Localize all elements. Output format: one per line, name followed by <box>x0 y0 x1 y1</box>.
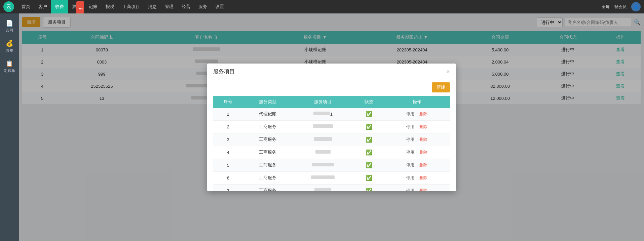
modal-row-item <box>292 120 354 133</box>
nav-commerce[interactable]: 工商项目 <box>118 0 144 13</box>
nav-invoice[interactable]: 票据 new <box>68 0 85 13</box>
modal-row-seq: 1 <box>213 108 243 121</box>
modal-row-item <box>292 133 354 146</box>
disable-button[interactable]: 停用 <box>404 174 416 182</box>
service-table: 序号 服务类型 服务项目 状态 操作 1 代理记账 1 <box>213 96 450 191</box>
modal-row-action: 停用 删除 <box>384 159 450 171</box>
status-check-icon: ✅ <box>366 124 372 130</box>
status-check-icon: ✅ <box>366 111 372 117</box>
disable-button[interactable]: 停用 <box>404 111 416 118</box>
sidebar-item-contract[interactable]: 📄 合同 <box>1 17 18 36</box>
list-item: 5 工商服务 ✅ 停用 删除 <box>213 159 450 171</box>
nav-operation[interactable]: 经营 <box>178 0 194 13</box>
modal-title: 服务项目 <box>213 68 235 75</box>
sidebar-item-fee[interactable]: 💰 收费 <box>1 37 18 56</box>
modal-row-item <box>292 146 354 159</box>
modal-row-item <box>292 159 354 171</box>
modal-row-type: 工商服务 <box>243 171 292 184</box>
modal-row-action: 停用 删除 <box>384 133 450 146</box>
disable-button[interactable]: 停用 <box>404 149 416 156</box>
modal-col-type: 服务类型 <box>243 96 292 108</box>
list-item: 2 工商服务 ✅ 停用 删除 <box>213 120 450 133</box>
status-check-icon: ✅ <box>366 137 372 143</box>
modal-col-status: 状态 <box>354 96 384 108</box>
sidebar: 📄 合同 💰 收费 📋 对账单 <box>0 13 19 241</box>
modal-row-type: 代理记账 <box>243 108 292 121</box>
modal-row-status: ✅ <box>354 133 384 146</box>
list-item: 7 工商服务 ✅ 停用 删除 <box>213 184 450 191</box>
modal-row-seq: 4 <box>213 146 243 159</box>
list-item: 4 工商服务 ✅ 停用 删除 <box>213 146 450 159</box>
disable-button[interactable]: 停用 <box>404 136 416 143</box>
fee-icon: 💰 <box>6 40 13 47</box>
modal-header: 服务项目 × <box>207 64 456 79</box>
modal-col-item: 服务项目 <box>292 96 354 108</box>
disable-button[interactable]: 停用 <box>404 123 416 130</box>
modal-row-action: 停用 删除 <box>384 108 450 121</box>
modal-row-status: ✅ <box>354 146 384 159</box>
nav-settings[interactable]: 设置 <box>211 0 228 13</box>
modal-row-type: 工商服务 <box>243 146 292 159</box>
modal-row-action: 停用 删除 <box>384 184 450 191</box>
disable-button[interactable]: 停用 <box>404 162 416 169</box>
delete-button[interactable]: 删除 <box>417 162 429 169</box>
app-logo: 云 <box>3 1 14 12</box>
modal-row-status: ✅ <box>354 120 384 133</box>
modal-row-action: 停用 删除 <box>384 171 450 184</box>
status-check-icon: ✅ <box>366 150 372 155</box>
delete-button[interactable]: 删除 <box>417 149 429 156</box>
modal-row-seq: 5 <box>213 159 243 171</box>
modal-row-seq: 2 <box>213 120 243 133</box>
modal-close-button[interactable]: × <box>446 68 450 75</box>
nav-tax[interactable]: 报税 <box>102 0 118 13</box>
modal-row-type: 工商服务 <box>243 184 292 191</box>
modal-row-item <box>292 171 354 184</box>
modal-toolbar: 新建 <box>207 79 456 96</box>
delete-button[interactable]: 删除 <box>417 136 429 143</box>
sidebar-item-statement[interactable]: 📋 对账单 <box>1 57 18 76</box>
nav-customer[interactable]: 客户 <box>34 0 51 13</box>
modal-body: 序号 服务类型 服务项目 状态 操作 1 代理记账 1 <box>207 96 456 191</box>
modal-row-status: ✅ <box>354 108 384 121</box>
fullscreen-btn[interactable]: 全屏 <box>602 4 610 10</box>
top-right-area: 全屏 畅会员 👤 <box>602 2 641 11</box>
delete-button[interactable]: 删除 <box>417 187 429 191</box>
modal-overlay: 服务项目 × 新建 序号 服务类型 服务项目 状态 <box>19 13 644 241</box>
contract-icon: 📄 <box>6 19 13 27</box>
modal-row-item: 1 <box>292 108 354 121</box>
nav-message[interactable]: 消息 <box>144 0 161 13</box>
modal-row-status: ✅ <box>354 184 384 191</box>
modal-row-seq: 6 <box>213 171 243 184</box>
modal-row-type: 工商服务 <box>243 133 292 146</box>
modal-row-item <box>292 184 354 191</box>
nav-manage[interactable]: 管理 <box>161 0 178 13</box>
modal-row-type: 工商服务 <box>243 159 292 171</box>
member-btn[interactable]: 畅会员 <box>614 4 627 10</box>
list-item: 1 代理记账 1 ✅ 停用 删除 <box>213 108 450 121</box>
modal-table-header: 序号 服务类型 服务项目 状态 操作 <box>213 96 450 108</box>
modal-col-action: 操作 <box>384 96 450 108</box>
modal-row-seq: 7 <box>213 184 243 191</box>
modal-row-status: ✅ <box>354 171 384 184</box>
modal-new-button[interactable]: 新建 <box>432 82 450 92</box>
nav-home[interactable]: 首页 <box>17 0 34 13</box>
modal-row-seq: 3 <box>213 133 243 146</box>
statement-icon: 📋 <box>6 60 13 67</box>
delete-button[interactable]: 删除 <box>417 174 429 182</box>
top-navigation: 云 首页 客户 收费 票据 new 记账 报税 工商项目 消息 管理 经营 服务… <box>0 0 644 13</box>
nav-bookkeeping[interactable]: 记账 <box>85 0 102 13</box>
modal-row-action: 停用 删除 <box>384 146 450 159</box>
status-check-icon: ✅ <box>366 188 372 191</box>
nav-service[interactable]: 服务 <box>194 0 211 13</box>
avatar[interactable]: 👤 <box>631 2 641 11</box>
modal-row-status: ✅ <box>354 159 384 171</box>
list-item: 6 工商服务 ✅ 停用 删除 <box>213 171 450 184</box>
status-check-icon: ✅ <box>366 175 372 181</box>
disable-button[interactable]: 停用 <box>404 187 416 191</box>
service-item-modal: 服务项目 × 新建 序号 服务类型 服务项目 状态 <box>207 64 456 191</box>
delete-button[interactable]: 删除 <box>417 111 429 118</box>
modal-row-type: 工商服务 <box>243 120 292 133</box>
delete-button[interactable]: 删除 <box>417 123 429 130</box>
nav-fee[interactable]: 收费 <box>51 0 68 13</box>
list-item: 3 工商服务 ✅ 停用 删除 <box>213 133 450 146</box>
